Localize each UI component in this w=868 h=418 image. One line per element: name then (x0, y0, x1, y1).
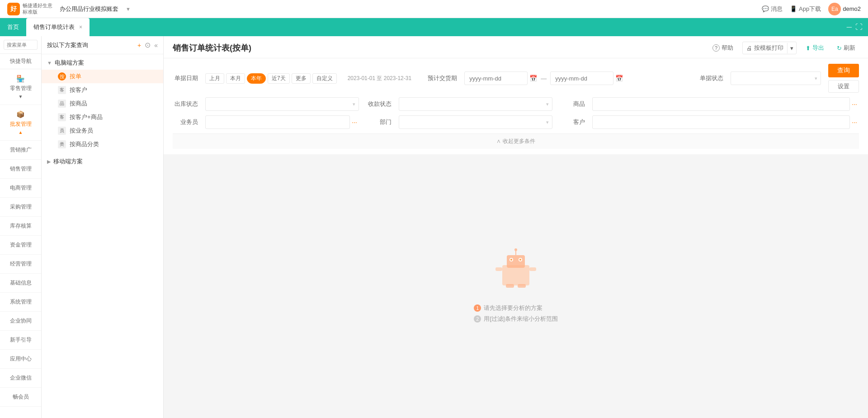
goods-input[interactable] (592, 97, 850, 111)
sidebar-item-purchase[interactable]: 采购管理 (0, 198, 41, 217)
sidebar-item-enterprise[interactable]: 企业协同 (0, 312, 41, 331)
goods-more-icon[interactable]: ··· (850, 100, 859, 108)
dept-label: 部门 (366, 118, 392, 126)
date-btn-7days[interactable]: 近7天 (268, 73, 290, 84)
mobile-group-header[interactable]: ▶ 移动端方案 (42, 155, 163, 168)
svg-point-5 (519, 259, 521, 261)
sidebar-item-sales[interactable]: 销售管理 (0, 160, 41, 179)
sidebar-item-inventory[interactable]: 库存核算 (0, 217, 41, 236)
sidebar-item-finance[interactable]: 资金管理 (0, 236, 41, 255)
dept-select[interactable] (399, 115, 552, 129)
left-panel: 按以下方案查询 + ⊙ « ▼ 电脑端方案 按 按单 客 (42, 36, 164, 418)
pc-group-arrow-icon: ▼ (47, 60, 52, 66)
help-button[interactable]: ? 帮助 (709, 42, 737, 54)
date-btn-this-year[interactable]: 本年 (247, 73, 266, 84)
tip-num-1: 1 (474, 304, 481, 312)
sidebar-item-retail[interactable]: 🏪 零售管理 ▼ (0, 69, 41, 105)
date-btn-this-month[interactable]: 本月 (226, 73, 245, 84)
tab-sales-order-stat[interactable]: 销售订单统计表 × (26, 18, 90, 36)
empty-illustration (493, 247, 538, 292)
date-btn-last-month[interactable]: 上月 (205, 73, 224, 84)
salesperson-input[interactable] (205, 115, 350, 129)
add-scheme-button[interactable]: + (137, 42, 141, 49)
calendar-icon-end[interactable]: 📅 (615, 75, 623, 82)
delivery-select-wrapper: ▾ (205, 97, 359, 111)
collapse-panel-button[interactable]: « (154, 42, 158, 49)
avatar: Ea (828, 3, 841, 15)
dept-select-wrapper: ▾ (399, 115, 552, 129)
scheme-item-by-goods[interactable]: 品 按商品 (42, 97, 163, 110)
scheme-item-by-category[interactable]: 类 按商品分类 (42, 138, 163, 151)
refresh-icon: ↻ (837, 45, 842, 52)
sidebar-item-wechat[interactable]: 企业微信 (0, 369, 41, 388)
scheme-item-by-customer-goods[interactable]: 客 按客户+商品 (42, 110, 163, 124)
edit-scheme-button[interactable]: ⊙ (145, 41, 151, 49)
query-button[interactable]: 查询 (828, 64, 859, 77)
logo-text: 畅捷通好生意 标准版 (23, 3, 52, 14)
sidebar-item-newbie[interactable]: 新手引导 (0, 331, 41, 350)
wholesale-arrow-icon: ▲ (19, 130, 23, 135)
filter-area: 单据日期 上月 本月 本年 近7天 更多 自定义 2023-01-01 至 20… (164, 58, 868, 154)
page-context-dropdown[interactable]: ▼ (126, 6, 131, 12)
tab-home[interactable]: 首页 (0, 18, 26, 36)
delivery-date-start-input[interactable] (464, 71, 528, 85)
print-dropdown-button[interactable]: ▾ (787, 43, 796, 53)
user-area[interactable]: Ea demo2 (828, 3, 861, 15)
set-button[interactable]: 设置 (828, 80, 859, 93)
sidebar-item-basic[interactable]: 基础信息 (0, 274, 41, 293)
sidebar-item-operations[interactable]: 经营管理 (0, 255, 41, 274)
payment-select[interactable] (399, 97, 552, 111)
by-category-icon: 类 (58, 140, 66, 148)
top-bar-right: 💬 消息 📱 App下载 Ea demo2 (762, 3, 861, 15)
date-btn-custom[interactable]: 自定义 (312, 73, 337, 84)
retail-icon: 🏪 (16, 75, 25, 83)
sidebar-item-appstore[interactable]: 应用中心 (0, 350, 41, 369)
message-icon: 💬 (762, 5, 769, 12)
top-bar-left: 好 畅捷通好生意 标准版 办公用品行业模拟账套 ▼ (7, 3, 131, 15)
calendar-icon-start[interactable]: 📅 (529, 75, 537, 82)
expected-delivery-label: 预计交货期 (428, 74, 457, 82)
tab-minimize-icon[interactable]: ─ (847, 23, 852, 31)
payment-label: 收款状态 (366, 100, 392, 108)
scheme-item-by-salesperson[interactable]: 员 按业务员 (42, 124, 163, 138)
tab-maximize-icon[interactable]: ⛶ (855, 23, 863, 31)
tab-close-icon[interactable]: × (79, 24, 82, 30)
search-input[interactable] (4, 40, 38, 50)
sidebar-item-quick-nav[interactable]: 快捷导航 (0, 54, 41, 69)
empty-state: 1 请先选择要分析的方案 2 用[过滤]条件来缩小分析范围 (164, 154, 868, 418)
sidebar-item-marketing[interactable]: 营销推广 (0, 141, 41, 160)
page-context-title: 办公用品行业模拟账套 (56, 5, 122, 13)
delivery-select[interactable] (205, 97, 359, 111)
empty-tips: 1 请先选择要分析的方案 2 用[过滤]条件来缩小分析范围 (474, 301, 557, 326)
date-btn-group: 上月 本月 本年 近7天 更多 自定义 (205, 73, 337, 84)
salesperson-more-icon[interactable]: ··· (350, 119, 359, 126)
goods-input-wrapper: ··· (592, 97, 859, 111)
salesperson-input-wrapper: ··· (205, 115, 359, 129)
app-download-button[interactable]: 📱 App下载 (790, 5, 821, 13)
help-icon: ? (712, 44, 720, 52)
scheme-item-by-customer[interactable]: 客 按客户 (42, 83, 163, 97)
customer-input[interactable] (592, 115, 850, 129)
date-btn-more[interactable]: 更多 (292, 73, 311, 84)
status-select[interactable] (731, 71, 821, 85)
customer-more-icon[interactable]: ··· (850, 119, 859, 126)
collapse-more-button[interactable]: ∧ 收起更多条件 (173, 133, 859, 149)
filter-row-salesperson: 业务员 ··· 部门 ▾ 客户 ··· (173, 115, 859, 129)
scheme-item-by-order[interactable]: 按 按单 (42, 70, 163, 83)
sidebar-item-ecommerce[interactable]: 电商管理 (0, 179, 41, 198)
sidebar-item-member[interactable]: 畅会员 (0, 388, 41, 407)
right-main: 销售订单统计表(按单) ? 帮助 🖨 按模板打印 ▾ ⬆ (164, 36, 868, 418)
print-button[interactable]: 🖨 按模板打印 (743, 42, 787, 54)
top-bar: 好 畅捷通好生意 标准版 办公用品行业模拟账套 ▼ 💬 消息 📱 App下载 E… (0, 0, 868, 18)
sidebar-item-wholesale[interactable]: 📦 批发管理 ▲ (0, 105, 41, 141)
refresh-button[interactable]: ↻ 刷新 (833, 42, 859, 54)
left-panel-header: 按以下方案查询 + ⊙ « (42, 36, 163, 54)
delivery-date-end-input[interactable] (550, 71, 613, 85)
message-button[interactable]: 💬 消息 (762, 5, 783, 13)
svg-rect-0 (502, 265, 529, 285)
query-action-area: 查询 设置 (828, 64, 859, 93)
export-button[interactable]: ⬆ 导出 (802, 42, 828, 54)
pc-group-header[interactable]: ▼ 电脑端方案 (42, 56, 163, 70)
pc-scheme-group: ▼ 电脑端方案 按 按单 客 按客户 品 按商品 客 按客户+商品 (42, 54, 163, 153)
sidebar-item-system[interactable]: 系统管理 (0, 293, 41, 312)
